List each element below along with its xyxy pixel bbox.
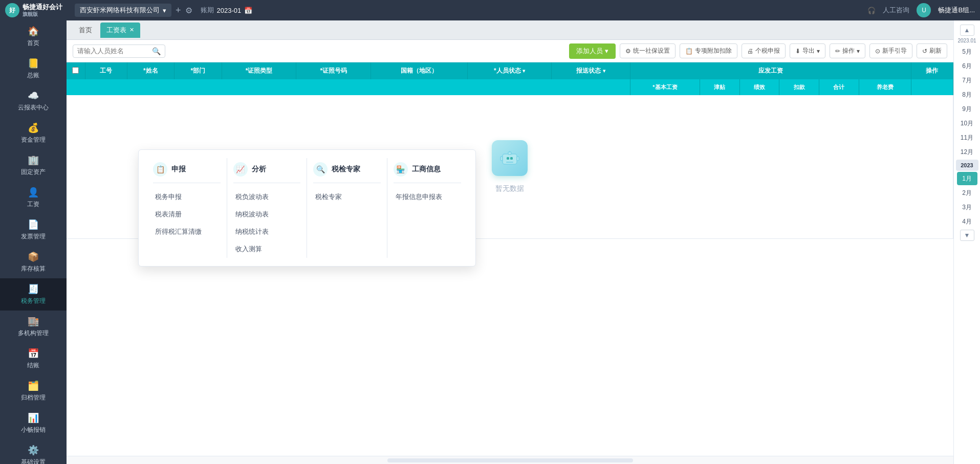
sidebar-item-invoice[interactable]: 📄 发票管理 (0, 214, 67, 246)
dropdown-col-declaration: 📋 申报 税务申报 税表清册 所得税汇算清缴 (147, 158, 227, 258)
settings-icon[interactable]: ⚙ (185, 6, 192, 15)
calendar-month-3[interactable]: 3月 (957, 201, 977, 214)
table-sub-header-row: *基本工资 津贴 绩效 扣款 合计 养老费 (67, 79, 953, 95)
tax-return-button[interactable]: 🖨 个税申报 (742, 43, 786, 58)
sidebar-item-label: 归档管理 (21, 393, 46, 402)
home-icon: 🏠 (28, 26, 39, 37)
calendar-month-11[interactable]: 11月 (957, 131, 977, 144)
sidebar-item-cloud[interactable]: ☁️ 云报表中心 (0, 85, 67, 117)
sidebar-item-basic[interactable]: ⚙️ 基础设置 (0, 439, 67, 464)
calendar-month-2[interactable]: 2月 (957, 186, 977, 200)
multi-icon: 🏬 (28, 316, 39, 327)
operation-button[interactable]: ✏ 操作 ▾ (830, 43, 865, 58)
calendar-month-12[interactable]: 12月 (957, 145, 977, 159)
analysis-header-label: 分析 (252, 165, 266, 174)
svg-rect-1 (507, 157, 509, 160)
calendar-month-1[interactable]: 1月 (957, 172, 977, 185)
dropdown-col-business: 🏪 工商信息 年报信息申报表 (387, 158, 468, 258)
calendar-month-9[interactable]: 9月 (957, 102, 977, 116)
dropdown-item-tax-expert[interactable]: 税检专家 (313, 188, 381, 206)
company-selector[interactable]: 西安虾米网络科技有限公司 ▾ (75, 4, 171, 17)
sidebar-item-assets[interactable]: 🏢 固定资产 (0, 149, 67, 182)
support-label[interactable]: 人工咨询 (883, 6, 909, 15)
th-empty (67, 79, 630, 95)
operation-label: 操作 (842, 47, 855, 55)
sidebar-item-close[interactable]: 📅 结账 (0, 343, 67, 375)
calendar-month-8[interactable]: 8月 (957, 88, 977, 101)
sidebar-item-funds[interactable]: 💰 资金管理 (0, 117, 67, 149)
calendar-icon[interactable]: 📅 (244, 7, 252, 14)
app-logo: 好 畅捷通好会计 旗舰版 (5, 3, 72, 17)
calendar-month-7[interactable]: 7月 (957, 74, 977, 87)
social-security-label: 统一社保设置 (633, 47, 670, 55)
calendar-nav-up[interactable]: ▲ (960, 25, 974, 36)
sidebar-item-salary[interactable]: 👤 工资 (0, 182, 67, 214)
logo-sub: 旗舰版 (23, 11, 62, 17)
th-number: 工号 (85, 62, 127, 79)
sidebar-item-multi[interactable]: 🏬 多机构管理 (0, 311, 67, 343)
dropdown-item-tax-payment-fluctuation[interactable]: 纳税波动表 (233, 206, 301, 223)
calendar-nav-down[interactable]: ▼ (960, 230, 974, 241)
calendar-month-10[interactable]: 10月 (957, 117, 977, 130)
analysis-header-icon: 📈 (233, 162, 248, 176)
dropdown-item-tax-statistics[interactable]: 纳税统计表 (233, 223, 301, 240)
select-all-checkbox[interactable] (72, 67, 79, 74)
th-op-empty (911, 79, 953, 95)
sidebar-item-inventory[interactable]: 📦 库存核算 (0, 246, 67, 278)
send-filter-icon[interactable]: ▾ (603, 68, 605, 74)
sidebar: 🏠 首页 📒 总账 ☁️ 云报表中心 💰 资金管理 🏢 固定资产 👤 工资 📄 … (0, 20, 67, 464)
sidebar-item-report[interactable]: 📊 小畅报销 (0, 407, 67, 439)
calendar-month-5[interactable]: 5月 (957, 45, 977, 58)
svg-rect-3 (506, 162, 513, 163)
th-send-status: 报送状态 ▾ (552, 62, 630, 79)
search-input[interactable] (77, 47, 149, 55)
calendar-month-4[interactable]: 4月 (957, 215, 977, 228)
guide-button[interactable]: ⊙ 新手引导 (869, 43, 912, 58)
dropdown-item-tax-declare[interactable]: 税务申报 (153, 188, 221, 206)
sidebar-item-home[interactable]: 🏠 首页 (0, 20, 67, 53)
dropdown-item-income-tax[interactable]: 所得税汇算清缴 (153, 223, 221, 240)
dropdown-header-declaration: 📋 申报 (153, 158, 221, 183)
logo-icon: 好 (5, 3, 19, 17)
archive-icon: 🗂️ (28, 380, 39, 391)
status-filter-icon[interactable]: ▾ (522, 68, 525, 74)
add-company-icon[interactable]: + (176, 5, 181, 16)
sidebar-item-label: 首页 (27, 39, 39, 48)
period-value: 2023-01 (217, 7, 242, 14)
tab-close-icon[interactable]: ✕ (129, 27, 134, 33)
sidebar-item-archive[interactable]: 🗂️ 归档管理 (0, 375, 67, 407)
special-deduction-button[interactable]: 📋 专项附加扣除 (680, 43, 737, 58)
refresh-button[interactable]: ↺ 刷新 (917, 43, 947, 58)
dropdown-item-tax-list[interactable]: 税表清册 (153, 206, 221, 223)
tab-bar: 首页 工资表 ✕ (67, 20, 953, 40)
social-security-button[interactable]: ⚙ 统一社保设置 (620, 43, 676, 58)
sidebar-item-ledger[interactable]: 📒 总账 (0, 53, 67, 85)
dropdown-item-tax-fluctuation[interactable]: 税负波动表 (233, 188, 301, 206)
checkbox-col-header[interactable] (67, 62, 85, 79)
dropdown-grid: 📋 申报 税务申报 税表清册 所得税汇算清缴 📈 分析 税负波动表 (147, 158, 467, 258)
sidebar-item-label: 总账 (27, 71, 39, 80)
tab-salary-table[interactable]: 工资表 ✕ (100, 23, 140, 38)
chevron-down-icon: ▾ (163, 7, 166, 14)
calendar-month-6[interactable]: 6月 (957, 59, 977, 73)
export-icon: ⬇ (795, 48, 800, 55)
sidebar-item-tax[interactable]: 🧾 税务管理 (0, 278, 67, 311)
dropdown-item-income-calc[interactable]: 收入测算 (233, 240, 301, 258)
th-name: *姓名 (127, 62, 174, 79)
dropdown-col-tax-expert: 🔍 税检专家 税检专家 (307, 158, 387, 258)
th-dept: *部门 (175, 62, 222, 79)
add-person-button[interactable]: 添加人员 ▾ (569, 43, 616, 59)
svg-rect-2 (510, 157, 513, 160)
social-security-icon: ⚙ (625, 48, 631, 55)
export-button[interactable]: ⬇ 导出 ▾ (790, 43, 825, 58)
user-label[interactable]: 畅捷通B组... (938, 6, 975, 15)
horizontal-scrollbar[interactable] (387, 458, 633, 462)
dropdown-item-annual-report[interactable]: 年报信息申报表 (394, 188, 462, 206)
search-wrapper: 🔍 (73, 45, 165, 58)
content-area: 首页 工资表 ✕ 🔍 添加人员 ▾ ⚙ 统一社保设置 📋 (67, 20, 953, 464)
tax-icon: 🧾 (28, 283, 39, 295)
tax-expert-header-icon: 🔍 (313, 162, 328, 176)
sidebar-item-label: 发票管理 (21, 232, 46, 241)
tab-home[interactable]: 首页 (73, 23, 98, 38)
close-period-icon: 📅 (28, 348, 39, 359)
